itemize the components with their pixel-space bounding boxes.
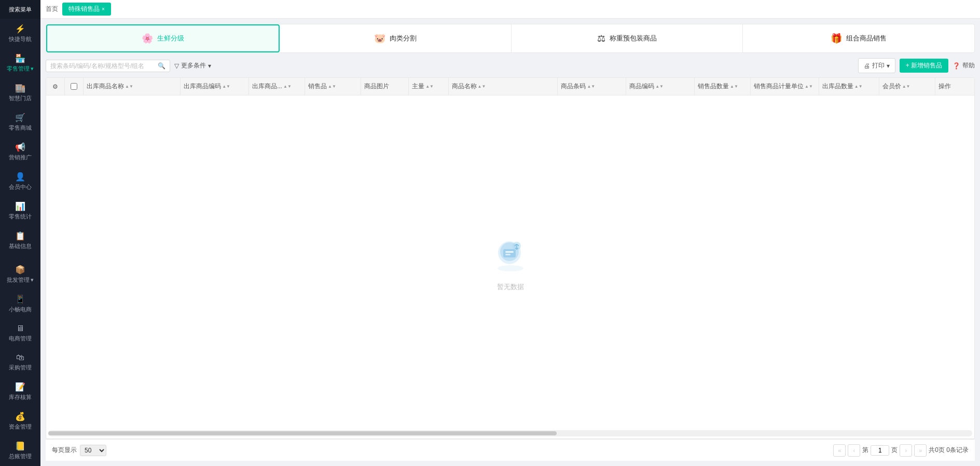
filter-button[interactable]: ▽ 更多条件 ▾ [174, 61, 211, 70]
member-center-icon: 👤 [15, 172, 25, 182]
category-tabs: 🌸 生鲜分级 🐷 肉类分割 ⚖ 称重预包装商品 🎁 组合商品销售 [46, 24, 975, 53]
close-tab-button[interactable]: × [102, 6, 105, 12]
sort-outlet-qty[interactable]: ▲▼ [854, 84, 863, 89]
scroll-thumb[interactable] [48, 431, 557, 435]
prev-page-button[interactable]: ‹ [848, 444, 860, 457]
printer-icon: 🖨 [864, 62, 870, 70]
sidebar-item-smart-store[interactable]: 🏬 智慧门店 [0, 78, 40, 107]
sidebar-item-mini-ecommerce[interactable]: 📱 小畅电商 [0, 289, 40, 319]
th-image: 商品图片 [361, 78, 409, 95]
select-all-checkbox[interactable] [71, 83, 77, 90]
th-sale-qty: 销售品数量 ▲▼ [695, 78, 751, 95]
sidebar-item-retail-stats[interactable]: 📊 零售统计 [0, 196, 40, 226]
sidebar-item-label: 库存核算 [9, 393, 32, 401]
content-area: 🌸 生鲜分级 🐷 肉类分割 ⚖ 称重预包装商品 🎁 组合商品销售 🔍 [40, 19, 980, 466]
sort-member-price[interactable]: ▲▼ [902, 84, 910, 89]
last-page-button[interactable]: » [914, 444, 927, 457]
sort-outlet-spec[interactable]: ▲▼ [283, 84, 292, 89]
sidebar-item-capital-mgmt[interactable]: 💰 资金管理 [0, 406, 40, 436]
sidebar-item-general-ledger[interactable]: 📒 总账管理 [0, 436, 40, 465]
ecommerce-mgmt-icon: 🖥 [16, 324, 24, 333]
th-gear[interactable]: ⚙ [46, 78, 65, 95]
help-button[interactable]: ❓ 帮助 [953, 61, 975, 70]
sidebar-item-member-center[interactable]: 👤 会员中心 [0, 167, 40, 196]
th-main: 主量 ▲▼ [409, 78, 448, 95]
cat-tab-meat-cut[interactable]: 🐷 肉类分割 [280, 24, 512, 52]
toolbar: 🔍 ▽ 更多条件 ▾ 🖨 打印 ▾ + 新增销售品 ❓ [46, 58, 975, 73]
inventory-icon: 📝 [15, 382, 25, 392]
empty-text: 暂无数据 [497, 282, 524, 292]
sidebar-item-retail-mall[interactable]: 🛒 零售商城 [0, 107, 40, 137]
cat-tab-fresh-grade[interactable]: 🌸 生鲜分级 [46, 24, 280, 52]
sidebar-item-quick-nav[interactable]: ⚡ 快捷导航 [0, 19, 40, 48]
smart-store-icon: 🏬 [15, 83, 25, 93]
first-page-button[interactable]: « [833, 444, 846, 457]
cat-tab-combo-sale[interactable]: 🎁 组合商品销售 [743, 24, 974, 52]
sidebar-item-inventory[interactable]: 📝 库存核算 [0, 377, 40, 406]
pagination-left: 每页显示 10 20 50 100 [52, 445, 106, 456]
sidebar-item-marketing[interactable]: 📢 营销推广 [0, 137, 40, 167]
sidebar-item-label: 批发管理 ▾ [7, 276, 34, 284]
empty-state: 暂无数据 [46, 95, 974, 430]
general-ledger-icon: 📒 [15, 441, 25, 451]
add-sale-item-button[interactable]: + 新增销售品 [900, 59, 948, 73]
main-area: 首页 特殊销售品 × 🌸 生鲜分级 🐷 肉类分割 ⚖ 称重预包装商品 🎁 组合商… [40, 0, 980, 466]
help-icon: ❓ [953, 62, 960, 70]
sort-outlet-name[interactable]: ▲▼ [125, 84, 133, 89]
sort-product-name[interactable]: ▲▼ [478, 84, 486, 89]
th-outlet-spec: 出库商品... ▲▼ [249, 78, 305, 95]
sidebar-item-ecommerce-mgmt[interactable]: 🖥 电商管理 [0, 319, 40, 348]
retail-stats-icon: 📊 [15, 201, 25, 211]
sidebar-item-wholesale-mgmt[interactable]: 📦 批发管理 ▾ [0, 259, 40, 289]
cat-tab-label: 组合商品销售 [846, 34, 887, 43]
page-number-input[interactable] [871, 445, 889, 456]
retail-mall-icon: 🛒 [15, 113, 25, 122]
sidebar-item-label: 资金管理 [9, 423, 32, 431]
sidebar-item-label: 零售统计 [9, 213, 32, 221]
marketing-icon: 📢 [15, 142, 25, 152]
print-button[interactable]: 🖨 打印 ▾ [858, 58, 895, 73]
active-tab[interactable]: 特殊销售品 × [62, 3, 111, 16]
search-icon[interactable]: 🔍 [158, 62, 165, 70]
th-outlet-qty: 出库品数量 ▲▼ [819, 78, 879, 95]
table-header: ⚙ 出库商品名称 ▲▼ 出库商品编码 ▲▼ 出库商品... ▲▼ [46, 78, 974, 95]
sort-outlet-code[interactable]: ▲▼ [222, 84, 230, 89]
sort-barcode[interactable]: ▲▼ [587, 84, 595, 89]
empty-illustration [490, 235, 531, 276]
sidebar-item-basic-info[interactable]: 📋 基础信息 [0, 226, 40, 255]
sort-sale-item[interactable]: ▲▼ [328, 84, 336, 89]
sort-product-code[interactable]: ▲▼ [655, 84, 664, 89]
data-table: ⚙ 出库商品名称 ▲▼ 出库商品编码 ▲▼ 出库商品... ▲▼ [46, 77, 975, 439]
basic-info-icon: 📋 [15, 231, 25, 241]
sidebar-item-label: 营销推广 [9, 154, 32, 161]
sidebar-item-label: 快捷导航 [9, 35, 32, 43]
th-member-price: 会员价 ▲▼ [879, 78, 935, 95]
horizontal-scrollbar[interactable] [48, 430, 972, 436]
sidebar-item-label: 零售管理 ▾ [7, 65, 34, 73]
combo-sale-icon: 🎁 [831, 33, 842, 44]
cat-tab-weight-package[interactable]: ⚖ 称重预包装商品 [512, 24, 743, 52]
capital-mgmt-icon: 💰 [15, 412, 25, 421]
svg-point-0 [498, 265, 523, 271]
search-input[interactable] [50, 62, 156, 70]
sidebar-item-label: 总账管理 [9, 453, 32, 460]
th-check[interactable] [65, 78, 84, 95]
retail-mgmt-icon: 🏪 [15, 53, 25, 63]
sidebar-logo[interactable]: 搜索菜单 [0, 0, 40, 19]
svg-rect-4 [505, 251, 514, 253]
sidebar-item-purchase-mgmt[interactable]: 🛍 采购管理 [0, 348, 40, 377]
sort-sale-qty[interactable]: ▲▼ [730, 84, 738, 89]
home-tab[interactable]: 首页 [46, 5, 58, 13]
add-sale-item-label: + 新增销售品 [906, 61, 942, 70]
sort-main[interactable]: ▲▼ [425, 84, 434, 89]
sidebar-item-label: 电商管理 [9, 335, 32, 342]
filter-icon: ▽ [174, 62, 179, 70]
chevron-down-icon: ▾ [31, 65, 34, 72]
per-page-select[interactable]: 10 20 50 100 [80, 445, 106, 456]
svg-rect-3 [503, 249, 516, 257]
th-sale-unit: 销售商品计量单位 ▲▼ [751, 78, 819, 95]
next-page-button[interactable]: › [900, 444, 912, 457]
sort-sale-unit[interactable]: ▲▼ [805, 84, 813, 89]
gear-icon: ⚙ [52, 83, 58, 90]
sidebar-item-retail-mgmt[interactable]: 🏪 零售管理 ▾ [0, 48, 40, 78]
